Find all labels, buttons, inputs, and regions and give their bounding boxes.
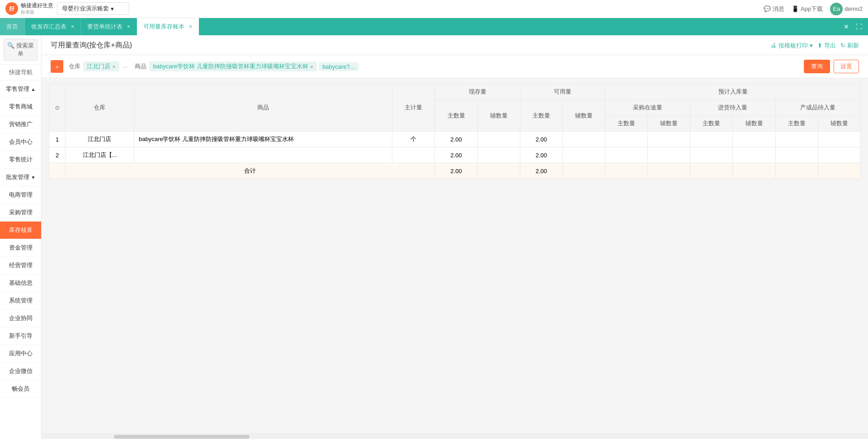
quick-nav-label: 快捷导航 xyxy=(9,69,33,76)
print-icon: 🖨 xyxy=(771,42,777,49)
tab-yaohuo-close[interactable]: × xyxy=(127,24,130,30)
sidebar-item-marketing[interactable]: 营销推广 xyxy=(0,116,41,133)
scrollbar-thumb[interactable] xyxy=(114,435,250,439)
th-forecast-group: 预计入库量 xyxy=(605,84,861,100)
print-label: 按模板打印 xyxy=(778,42,808,50)
sidebar-item-enterprise[interactable]: 企业协同 xyxy=(0,310,41,327)
sidebar-item-zero-stats[interactable]: 零售统计 xyxy=(0,151,41,169)
sidebar-item-newbie[interactable]: 新手引导 xyxy=(0,327,41,345)
tab-yaohuo[interactable]: 要货单统计表 × xyxy=(81,18,137,35)
tenant-selector[interactable]: 母婴行业演示账套 ▾ xyxy=(57,2,129,15)
total-avail-main: 2.00 xyxy=(520,163,562,179)
cell-unit xyxy=(392,147,435,163)
cell-unit: 个 xyxy=(392,132,435,147)
th-production-group: 产成品待入量 xyxy=(775,100,860,116)
sidebar-label-zero-mall: 零售商城 xyxy=(9,103,33,111)
table-area: ⚙ 仓库 商品 主计量 现存量 可用量 预计入库量 主数量 辅数量 主数量 辅数… xyxy=(42,78,868,434)
sidebar-item-ecommerce[interactable]: 电商管理 xyxy=(0,186,41,204)
sidebar-label-vip: 畅会员 xyxy=(12,385,29,393)
total-purchase-main xyxy=(605,163,648,179)
sidebar-item-purchase[interactable]: 采购管理 xyxy=(0,204,41,222)
cell-incoming-aux xyxy=(733,147,775,163)
sidebar-item-wholesale[interactable]: 批发管理 ▼ xyxy=(0,169,41,186)
nav-expand-btn[interactable]: ⛶ xyxy=(854,21,864,32)
product-tag-label: babycare学饮杯 儿童防摔防撞吸管杯重力球吸嘴杯宝宝水杯 xyxy=(153,62,308,71)
total-current-main: 2.00 xyxy=(435,163,477,179)
sidebar-item-weixin[interactable]: 企业微信 xyxy=(0,363,41,380)
refresh-action[interactable]: ↻ 刷新 xyxy=(840,42,859,50)
product-filter-group: 商品 babycare学饮杯 儿童防摔防撞吸管杯重力球吸嘴杯宝宝水杯 × bab… xyxy=(135,61,358,71)
nav-close-btn[interactable]: ✕ xyxy=(841,21,852,32)
sidebar-label-purchase: 采购管理 xyxy=(9,208,33,217)
user-action[interactable]: Ea demo2 xyxy=(830,3,863,15)
quick-nav-button[interactable]: 快捷导航 xyxy=(0,65,41,80)
cell-warehouse: 江北门店 xyxy=(66,132,134,147)
th-incoming-main: 主数量 xyxy=(690,116,733,132)
th-current-group: 现存量 xyxy=(435,84,520,100)
sidebar-label-ecommerce: 电商管理 xyxy=(9,191,33,199)
tab-keyongliang-close[interactable]: × xyxy=(189,24,192,30)
sidebar-label-inventory: 库存核算 xyxy=(9,226,33,234)
print-action[interactable]: 🖨 按模板打印 ▾ xyxy=(771,42,813,50)
sidebar-item-zero-mall[interactable]: 零售商城 xyxy=(0,98,41,116)
sidebar-item-basic[interactable]: 基础信息 xyxy=(0,274,41,292)
th-current-main: 主数量 xyxy=(435,100,477,132)
data-table: ⚙ 仓库 商品 主计量 现存量 可用量 预计入库量 主数量 辅数量 主数量 辅数… xyxy=(49,84,861,179)
export-icon: ⬆ xyxy=(817,42,822,49)
product-filter-label: 商品 xyxy=(135,62,146,71)
sidebar-item-inventory[interactable]: 库存核算 xyxy=(0,222,41,239)
nav-right-controls: ✕ ⛶ xyxy=(841,18,868,35)
product-tag-remove[interactable]: × xyxy=(310,63,314,70)
sidebar-label-zero-stats: 零售统计 xyxy=(9,156,33,164)
tab-shoufasun[interactable]: 收发存汇总表 × xyxy=(25,18,81,35)
warehouse-tag-label: 江北门店 xyxy=(87,62,110,71)
filter-toggle-button[interactable]: » xyxy=(51,60,63,73)
product-tag-babycare2: babycare?... xyxy=(319,62,359,71)
settings-icon[interactable]: ⚙ xyxy=(55,104,60,111)
warehouse-filter-dots[interactable]: ··· xyxy=(121,63,130,70)
sidebar-label-appstore: 应用中心 xyxy=(9,349,33,358)
cell-production-aux xyxy=(818,132,860,147)
tab-shoufasun-close[interactable]: × xyxy=(71,24,74,30)
setting-button[interactable]: 设置 xyxy=(834,60,859,73)
sidebar-item-operation[interactable]: 经营管理 xyxy=(0,257,41,274)
arrow-icon-zero-sales: ▲ xyxy=(31,87,36,92)
cell-current-aux xyxy=(477,132,520,147)
warehouse-tag-remove[interactable]: × xyxy=(112,63,116,70)
tab-home[interactable]: 首页 xyxy=(0,18,25,35)
tab-shoufasun-label: 收发存汇总表 xyxy=(31,23,66,31)
cell-purchase-main xyxy=(605,132,648,147)
tab-keyongliang[interactable]: 可用量库存账本 × xyxy=(137,18,199,35)
search-menu-button[interactable]: 🔍 搜索菜单 xyxy=(4,39,38,61)
cell-product xyxy=(134,147,392,163)
total-production-aux xyxy=(818,163,860,179)
sidebar-item-finance[interactable]: 资金管理 xyxy=(0,239,41,257)
logo-text-block: 畅捷通好生意 标准版 xyxy=(21,2,53,15)
query-button[interactable]: 查询 xyxy=(804,60,830,73)
main-layout: 🔍 搜索菜单 快捷导航 零售管理 ▲ 零售商城 营销推广 会员中心 零售统计 批… xyxy=(0,35,868,439)
total-empty xyxy=(49,163,66,179)
total-purchase-aux xyxy=(648,163,690,179)
horizontal-scrollbar[interactable] xyxy=(42,434,868,439)
th-available-group: 可用量 xyxy=(520,84,605,100)
warehouse-filter-label: 仓库 xyxy=(69,62,80,71)
top-bar: 好 畅捷通好生意 标准版 母婴行业演示账套 ▾ 💬 消息 📱 App下载 Ea … xyxy=(0,0,868,18)
th-current-aux: 辅数量 xyxy=(477,100,520,132)
sidebar-item-system[interactable]: 系统管理 xyxy=(0,292,41,310)
cell-incoming-aux xyxy=(733,132,775,147)
sidebar-item-appstore[interactable]: 应用中心 xyxy=(0,345,41,363)
sidebar-label-marketing: 营销推广 xyxy=(9,120,33,128)
sidebar-item-member[interactable]: 会员中心 xyxy=(0,133,41,151)
export-action[interactable]: ⬆ 导出 xyxy=(817,42,836,50)
top-bar-left: 好 畅捷通好生意 标准版 母婴行业演示账套 ▾ xyxy=(5,2,129,15)
chevron-down-icon: ▾ xyxy=(810,42,813,49)
cell-avail-main: 2.00 xyxy=(520,147,562,163)
sidebar-label-operation: 经营管理 xyxy=(9,261,33,269)
sidebar-item-zero-sales[interactable]: 零售管理 ▲ xyxy=(0,80,41,98)
download-action[interactable]: 📱 App下载 xyxy=(792,5,823,13)
th-production-main: 主数量 xyxy=(775,116,818,132)
sidebar-item-vip[interactable]: 畅会员 xyxy=(0,380,41,398)
total-avail-aux xyxy=(562,163,605,179)
message-action[interactable]: 💬 消息 xyxy=(764,5,784,13)
cell-production-aux xyxy=(818,147,860,163)
